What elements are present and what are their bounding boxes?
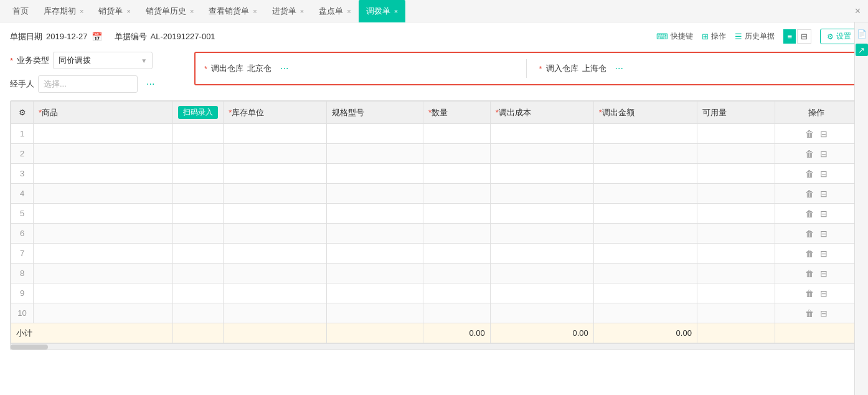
business-type-select[interactable]: 同价调拨 ▼ xyxy=(53,52,153,69)
horizontal-scrollbar[interactable] xyxy=(11,343,857,350)
tab-inventory-check[interactable]: 盘点单 × xyxy=(311,0,358,22)
cell-product-2[interactable] xyxy=(34,144,173,164)
cell-product-5[interactable] xyxy=(34,204,173,224)
delete-btn-1[interactable]: 🗑 xyxy=(803,129,816,139)
cell-unit-2[interactable] xyxy=(224,144,327,164)
cell-spec-4[interactable] xyxy=(327,184,423,204)
delete-btn-5[interactable]: 🗑 xyxy=(803,209,816,219)
copy-btn-2[interactable]: ⊟ xyxy=(818,149,829,159)
cell-amount-9[interactable] xyxy=(593,283,697,303)
cell-unit-1[interactable] xyxy=(224,124,327,144)
delete-btn-3[interactable]: 🗑 xyxy=(803,169,816,179)
cell-unit-8[interactable] xyxy=(224,264,327,283)
cell-spec-9[interactable] xyxy=(327,283,423,303)
cell-spec-1[interactable] xyxy=(327,124,423,144)
copy-btn-1[interactable]: ⊟ xyxy=(818,129,829,139)
cell-amount-7[interactable] xyxy=(593,244,697,264)
copy-btn-9[interactable]: ⊟ xyxy=(818,288,829,298)
delete-btn-9[interactable]: 🗑 xyxy=(803,288,816,298)
cell-unit-9[interactable] xyxy=(224,283,327,303)
tab-view-sales[interactable]: 查看销货单 × xyxy=(201,0,264,22)
calendar-icon[interactable]: 📅 xyxy=(92,32,102,42)
sidebar-doc-icon[interactable]: 📄 xyxy=(856,27,868,40)
cell-amount-5[interactable] xyxy=(593,204,697,224)
cell-spec-7[interactable] xyxy=(327,244,423,264)
cell-product-6[interactable] xyxy=(34,224,173,244)
sidebar-export-icon[interactable]: ↗ xyxy=(856,44,868,56)
h-scroll-thumb[interactable] xyxy=(11,345,48,350)
cell-amount-10[interactable] xyxy=(593,303,697,323)
window-close-icon[interactable]: × xyxy=(855,6,861,17)
cell-cost-1[interactable] xyxy=(490,124,593,144)
cell-qty-4[interactable] xyxy=(423,184,491,204)
cell-product-8[interactable] xyxy=(34,264,173,283)
cell-product-7[interactable] xyxy=(34,244,173,264)
cell-cost-6[interactable] xyxy=(490,224,593,244)
tab-home[interactable]: 首页 xyxy=(5,0,36,22)
cell-unit-4[interactable] xyxy=(224,184,327,204)
col-gear[interactable]: ⚙ xyxy=(11,102,34,124)
tab-purchase[interactable]: 进货单 × xyxy=(265,0,311,22)
cell-unit-6[interactable] xyxy=(224,224,327,244)
close-icon-sales-order[interactable]: × xyxy=(126,7,130,15)
copy-btn-7[interactable]: ⊟ xyxy=(818,249,829,259)
cell-qty-8[interactable] xyxy=(423,264,491,283)
history-action[interactable]: ☰ 历史单据 xyxy=(735,31,775,42)
view-list-btn[interactable]: ≡ xyxy=(783,29,796,44)
in-warehouse-more-icon[interactable]: ··· xyxy=(615,63,623,74)
setting-button[interactable]: ⚙ 设置 xyxy=(820,29,858,44)
delete-btn-10[interactable]: 🗑 xyxy=(803,308,816,318)
delete-btn-7[interactable]: 🗑 xyxy=(803,249,816,259)
close-icon-sales-history[interactable]: × xyxy=(190,7,194,15)
cell-unit-7[interactable] xyxy=(224,244,327,264)
cell-product-10[interactable] xyxy=(34,303,173,323)
close-icon-inventory-init[interactable]: × xyxy=(80,7,83,15)
close-icon-transfer[interactable]: × xyxy=(394,7,398,15)
cell-qty-7[interactable] xyxy=(423,244,491,264)
cell-qty-5[interactable] xyxy=(423,204,491,224)
out-warehouse-more-icon[interactable]: ··· xyxy=(280,63,288,74)
cell-amount-4[interactable] xyxy=(593,184,697,204)
handler-more-icon[interactable]: ··· xyxy=(146,79,154,90)
close-icon-inventory-check[interactable]: × xyxy=(347,7,351,15)
cell-spec-8[interactable] xyxy=(327,264,423,283)
cell-cost-10[interactable] xyxy=(490,303,593,323)
view-grid-btn[interactable]: ⊟ xyxy=(797,29,811,44)
close-icon-purchase[interactable]: × xyxy=(300,7,304,15)
close-icon-view-sales[interactable]: × xyxy=(253,7,257,15)
cell-qty-3[interactable] xyxy=(423,164,491,184)
operations-action[interactable]: ⊞ 操作 xyxy=(702,31,726,42)
cell-cost-7[interactable] xyxy=(490,244,593,264)
cell-product-4[interactable] xyxy=(34,184,173,204)
cell-qty-6[interactable] xyxy=(423,224,491,244)
cell-cost-8[interactable] xyxy=(490,264,593,283)
cell-amount-3[interactable] xyxy=(593,164,697,184)
cell-amount-2[interactable] xyxy=(593,144,697,164)
shortcuts-action[interactable]: ⌨ 快捷键 xyxy=(656,31,693,42)
cell-amount-6[interactable] xyxy=(593,224,697,244)
cell-cost-3[interactable] xyxy=(490,164,593,184)
cell-unit-10[interactable] xyxy=(224,303,327,323)
cell-spec-3[interactable] xyxy=(327,164,423,184)
copy-btn-5[interactable]: ⊟ xyxy=(818,209,829,219)
handler-select[interactable]: 选择... xyxy=(38,75,138,93)
copy-btn-8[interactable]: ⊟ xyxy=(818,269,829,278)
cell-product-9[interactable] xyxy=(34,283,173,303)
delete-btn-8[interactable]: 🗑 xyxy=(803,269,816,278)
cell-spec-6[interactable] xyxy=(327,224,423,244)
date-value[interactable]: 2019-12-27 xyxy=(46,32,88,41)
cell-cost-9[interactable] xyxy=(490,283,593,303)
tab-inventory-init[interactable]: 库存期初 × xyxy=(36,0,91,22)
cell-unit-3[interactable] xyxy=(224,164,327,184)
tab-transfer[interactable]: 调拨单 × xyxy=(359,0,405,22)
cell-qty-10[interactable] xyxy=(423,303,491,323)
cell-product-1[interactable] xyxy=(34,124,173,144)
scan-button[interactable]: 扫码录入 xyxy=(178,106,218,119)
delete-btn-6[interactable]: 🗑 xyxy=(803,229,816,239)
copy-btn-3[interactable]: ⊟ xyxy=(818,169,829,179)
cell-unit-5[interactable] xyxy=(224,204,327,224)
cell-amount-1[interactable] xyxy=(593,124,697,144)
cell-product-3[interactable] xyxy=(34,164,173,184)
cell-spec-5[interactable] xyxy=(327,204,423,224)
cell-cost-2[interactable] xyxy=(490,144,593,164)
